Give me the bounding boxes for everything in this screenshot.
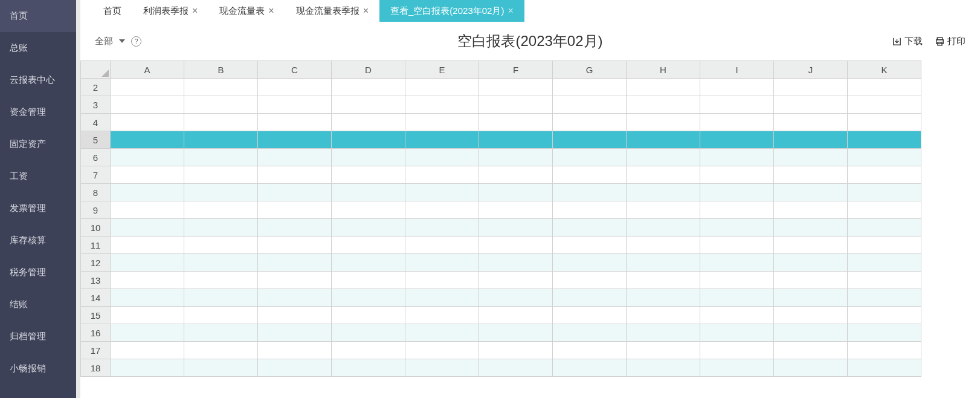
cell-J7[interactable] bbox=[774, 166, 848, 184]
cell-I9[interactable] bbox=[700, 201, 774, 219]
cell-H4[interactable] bbox=[627, 114, 700, 131]
tab-1[interactable]: 利润表季报× bbox=[132, 0, 208, 22]
cell-B11[interactable] bbox=[184, 237, 258, 254]
cell-D17[interactable] bbox=[332, 342, 405, 359]
cell-F17[interactable] bbox=[479, 342, 553, 359]
cell-F7[interactable] bbox=[479, 166, 553, 184]
download-button[interactable]: 下载 bbox=[892, 36, 923, 47]
cell-C17[interactable] bbox=[258, 342, 332, 359]
close-icon[interactable]: × bbox=[192, 5, 198, 16]
cell-E3[interactable] bbox=[405, 96, 479, 114]
cell-B5[interactable] bbox=[184, 131, 258, 149]
cell-E9[interactable] bbox=[405, 201, 479, 219]
col-head-K[interactable]: K bbox=[848, 61, 921, 79]
cell-F5[interactable] bbox=[479, 131, 553, 149]
cell-I18[interactable] bbox=[700, 359, 774, 377]
cell-H14[interactable] bbox=[627, 289, 700, 307]
cell-B15[interactable] bbox=[184, 307, 258, 324]
row-head-6[interactable]: 6 bbox=[81, 149, 111, 166]
col-head-E[interactable]: E bbox=[405, 61, 479, 79]
tab-0[interactable]: 首页 bbox=[92, 0, 132, 22]
cell-A11[interactable] bbox=[111, 237, 184, 254]
cell-H17[interactable] bbox=[627, 342, 700, 359]
cell-H6[interactable] bbox=[627, 149, 700, 166]
cell-C16[interactable] bbox=[258, 324, 332, 342]
cell-H18[interactable] bbox=[627, 359, 700, 377]
col-head-G[interactable]: G bbox=[553, 61, 627, 79]
cell-G7[interactable] bbox=[553, 166, 627, 184]
sidebar-item-2[interactable]: 云报表中心 bbox=[0, 64, 76, 96]
cell-I12[interactable] bbox=[700, 254, 774, 272]
close-icon[interactable]: × bbox=[508, 5, 513, 16]
cell-D5[interactable] bbox=[332, 131, 405, 149]
cell-H7[interactable] bbox=[627, 166, 700, 184]
cell-I6[interactable] bbox=[700, 149, 774, 166]
cell-B4[interactable] bbox=[184, 114, 258, 131]
cell-A2[interactable] bbox=[111, 79, 184, 96]
cell-C14[interactable] bbox=[258, 289, 332, 307]
cell-F8[interactable] bbox=[479, 184, 553, 201]
cell-J4[interactable] bbox=[774, 114, 848, 131]
row-head-11[interactable]: 11 bbox=[81, 237, 111, 254]
cell-J18[interactable] bbox=[774, 359, 848, 377]
cell-B10[interactable] bbox=[184, 219, 258, 237]
cell-A8[interactable] bbox=[111, 184, 184, 201]
cell-D11[interactable] bbox=[332, 237, 405, 254]
cell-G11[interactable] bbox=[553, 237, 627, 254]
cell-E12[interactable] bbox=[405, 254, 479, 272]
cell-G4[interactable] bbox=[553, 114, 627, 131]
filter-dropdown[interactable]: 全部 ? bbox=[95, 36, 141, 47]
col-head-A[interactable]: A bbox=[111, 61, 184, 79]
cell-F11[interactable] bbox=[479, 237, 553, 254]
cell-D13[interactable] bbox=[332, 272, 405, 289]
sidebar-item-11[interactable]: 小畅报销 bbox=[0, 353, 76, 385]
cell-D12[interactable] bbox=[332, 254, 405, 272]
row-head-10[interactable]: 10 bbox=[81, 219, 111, 237]
cell-G17[interactable] bbox=[553, 342, 627, 359]
row-head-16[interactable]: 16 bbox=[81, 324, 111, 342]
cell-G13[interactable] bbox=[553, 272, 627, 289]
sidebar-item-4[interactable]: 固定资产 bbox=[0, 128, 76, 160]
cell-K8[interactable] bbox=[848, 184, 921, 201]
cell-B18[interactable] bbox=[184, 359, 258, 377]
cell-G14[interactable] bbox=[553, 289, 627, 307]
cell-G10[interactable] bbox=[553, 219, 627, 237]
cell-I8[interactable] bbox=[700, 184, 774, 201]
cell-C6[interactable] bbox=[258, 149, 332, 166]
cell-C4[interactable] bbox=[258, 114, 332, 131]
sidebar-item-8[interactable]: 税务管理 bbox=[0, 256, 76, 289]
cell-A3[interactable] bbox=[111, 96, 184, 114]
cell-D14[interactable] bbox=[332, 289, 405, 307]
cell-I4[interactable] bbox=[700, 114, 774, 131]
cell-A7[interactable] bbox=[111, 166, 184, 184]
cell-H15[interactable] bbox=[627, 307, 700, 324]
help-icon[interactable]: ? bbox=[131, 36, 141, 47]
cell-E11[interactable] bbox=[405, 237, 479, 254]
cell-J6[interactable] bbox=[774, 149, 848, 166]
cell-F14[interactable] bbox=[479, 289, 553, 307]
cell-I5[interactable] bbox=[700, 131, 774, 149]
cell-E8[interactable] bbox=[405, 184, 479, 201]
cell-J8[interactable] bbox=[774, 184, 848, 201]
cell-B13[interactable] bbox=[184, 272, 258, 289]
cell-J3[interactable] bbox=[774, 96, 848, 114]
cell-C9[interactable] bbox=[258, 201, 332, 219]
cell-F18[interactable] bbox=[479, 359, 553, 377]
row-head-12[interactable]: 12 bbox=[81, 254, 111, 272]
cell-F12[interactable] bbox=[479, 254, 553, 272]
row-head-13[interactable]: 13 bbox=[81, 272, 111, 289]
print-button[interactable]: 打印 bbox=[935, 36, 965, 47]
cell-J16[interactable] bbox=[774, 324, 848, 342]
cell-B3[interactable] bbox=[184, 96, 258, 114]
cell-G15[interactable] bbox=[553, 307, 627, 324]
cell-C15[interactable] bbox=[258, 307, 332, 324]
cell-B6[interactable] bbox=[184, 149, 258, 166]
cell-F13[interactable] bbox=[479, 272, 553, 289]
cell-K12[interactable] bbox=[848, 254, 921, 272]
cell-D10[interactable] bbox=[332, 219, 405, 237]
cell-A17[interactable] bbox=[111, 342, 184, 359]
cell-K5[interactable] bbox=[848, 131, 921, 149]
cell-A18[interactable] bbox=[111, 359, 184, 377]
cell-H3[interactable] bbox=[627, 96, 700, 114]
cell-E10[interactable] bbox=[405, 219, 479, 237]
